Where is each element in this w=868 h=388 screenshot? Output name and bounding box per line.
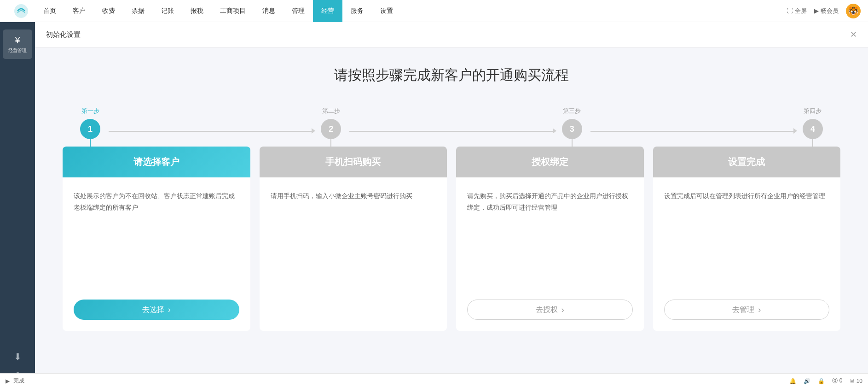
- step-card-1: 请选择客户 该处展示的客户为不在回收站、客户状态正常建账后完成老板端绑定的所有客…: [63, 147, 250, 331]
- card-1-body: 该处展示的客户为不在回收站、客户状态正常建账后完成老板端绑定的所有客户: [63, 177, 250, 290]
- arrow-icon-3: ›: [561, 305, 564, 315]
- card-3-footer: 去授权 ›: [456, 290, 644, 331]
- step-1-circle: 1: [80, 119, 100, 139]
- step-1-label: 第一步: [81, 107, 99, 115]
- sidebar-item-label: 经营管理: [8, 47, 27, 54]
- nav-item-fee[interactable]: 收费: [94, 0, 123, 22]
- step-3-action-button[interactable]: 去授权 ›: [467, 300, 633, 320]
- sidebar-item-management[interactable]: ¥ 经营管理: [3, 29, 32, 59]
- card-3-body: 请先购买，购买后选择开通的产品中的企业用户进行授权绑定，成功后即可进行经营管理: [456, 177, 644, 290]
- nav-item-operation[interactable]: 经营: [313, 0, 342, 22]
- step-4-action-button[interactable]: 去管理 ›: [664, 300, 830, 320]
- member-button[interactable]: ▶ 畅会员: [814, 7, 839, 15]
- counter-0: ⓪ 0: [832, 377, 842, 385]
- card-2-body: 请用手机扫码，输入小微企业主账号密码进行购买: [260, 177, 447, 311]
- sound-icon[interactable]: 🔊: [804, 378, 810, 384]
- step-1-action-button[interactable]: 去选择 ›: [74, 300, 239, 320]
- page-title: 初始化设置: [46, 30, 81, 39]
- card-4-footer: 去管理 ›: [653, 290, 841, 331]
- step-3-circle: 3: [562, 119, 582, 139]
- card-4-header: 设置完成: [653, 147, 841, 177]
- nav-right-area: ⛶ 全屏 ▶ 畅会员 🐯: [787, 4, 861, 18]
- card-3-desc: 请先购买，购买后选择开通的产品中的企业用户进行授权绑定，成功后即可进行经营管理: [467, 190, 633, 277]
- nav-item-invoice[interactable]: 票据: [123, 0, 153, 22]
- step-4-header: 第四步 4: [794, 107, 831, 139]
- counter-10: ⑩ 10: [850, 378, 862, 384]
- cards-row: 请选择客户 该处展示的客户为不在回收站、客户状态正常建账后完成老板端绑定的所有客…: [63, 147, 840, 331]
- fullscreen-icon: ⛶: [787, 7, 793, 14]
- connector-3-4: [590, 107, 794, 132]
- card-1-desc: 该处展示的客户为不在回收站、客户状态正常建账后完成老板端绑定的所有客户: [74, 190, 239, 277]
- arrow-icon-4: ›: [758, 305, 761, 315]
- lock-icon[interactable]: 🔒: [818, 378, 825, 384]
- step-3-header: 第三步 3: [554, 107, 590, 139]
- nav-item-manage[interactable]: 管理: [284, 0, 313, 22]
- download-icon[interactable]: ⬇: [14, 351, 22, 362]
- step-3-label: 第三步: [563, 107, 581, 115]
- card-1-footer: 去选择 ›: [63, 290, 250, 331]
- card-4-body: 设置完成后可以在管理列表进行所有企业用户的经营管理: [653, 177, 841, 290]
- card-1-header: 请选择客户: [63, 147, 250, 177]
- card-2-desc: 请用手机扫码，输入小微企业主账号密码进行购买: [271, 190, 436, 298]
- card-2-footer: [260, 311, 447, 331]
- card-2-header: 手机扫码购买: [260, 147, 447, 177]
- step-4-circle: 4: [803, 119, 823, 139]
- step-2-circle: 2: [321, 119, 341, 139]
- arrow-icon: ›: [168, 305, 171, 315]
- main-layout: ¥ 经营管理 ⬇ ◎ 初始化设置 ✕ 请按照步骤完成新客户的开通购买流程 第一步…: [0, 22, 868, 388]
- top-navigation: 首页 客户 收费 票据 记账 报税 工商项目 消息 管理 经营 服务 设置 ⛶ …: [0, 0, 868, 22]
- play-icon: ▶: [6, 378, 10, 384]
- nav-item-settings[interactable]: 设置: [372, 0, 401, 22]
- nav-item-business[interactable]: 工商项目: [212, 0, 254, 22]
- step-card-3: 授权绑定 请先购买，购买后选择开通的产品中的企业用户进行授权绑定，成功后即可进行…: [456, 147, 644, 331]
- close-button[interactable]: ✕: [850, 29, 857, 40]
- notification-icon[interactable]: 🔔: [789, 378, 796, 384]
- fullscreen-button[interactable]: ⛶ 全屏: [787, 7, 807, 15]
- connector-2-3: [349, 107, 553, 132]
- flow-title: 请按照步骤完成新客户的开通购买流程: [63, 66, 840, 85]
- status-bar: ▶ 完成 🔔 🔊 🔒 ⓪ 0 ⑩ 10: [0, 373, 868, 388]
- member-icon: ▶: [814, 7, 819, 14]
- card-3-header: 授权绑定: [456, 147, 644, 177]
- step-2-header: 第二步 2: [312, 107, 349, 139]
- page-header: 初始化设置 ✕: [35, 22, 868, 47]
- status-bar-right: 🔔 🔊 🔒 ⓪ 0 ⑩ 10: [789, 377, 862, 385]
- sidebar: ¥ 经营管理 ⬇ ◎: [0, 22, 35, 388]
- nav-item-service[interactable]: 服务: [342, 0, 372, 22]
- flow-container: 请按照步骤完成新客户的开通购买流程 第一步 1 第二步 2: [35, 47, 868, 349]
- step-4-label: 第四步: [804, 107, 822, 115]
- nav-item-message[interactable]: 消息: [254, 0, 284, 22]
- app-logo: [7, 4, 35, 18]
- step-card-4: 设置完成 设置完成后可以在管理列表进行所有企业用户的经营管理 去管理 ›: [653, 147, 841, 331]
- user-avatar[interactable]: 🐯: [846, 4, 861, 18]
- nav-items-list: 首页 客户 收费 票据 记账 报税 工商项目 消息 管理 经营 服务 设置: [35, 0, 787, 22]
- step-1-header: 第一步 1: [72, 107, 109, 139]
- connector-1-2: [109, 107, 312, 132]
- management-icon: ¥: [15, 35, 20, 46]
- pointers-row: [63, 139, 840, 147]
- step-2-label: 第二步: [322, 107, 340, 115]
- status-label: 完成: [13, 377, 24, 385]
- nav-item-bookkeeping[interactable]: 记账: [153, 0, 182, 22]
- nav-item-tax[interactable]: 报税: [182, 0, 212, 22]
- nav-item-home[interactable]: 首页: [35, 0, 64, 22]
- main-content: 初始化设置 ✕ 请按照步骤完成新客户的开通购买流程 第一步 1: [35, 22, 868, 388]
- card-4-desc: 设置完成后可以在管理列表进行所有企业用户的经营管理: [664, 190, 830, 277]
- nav-item-customer[interactable]: 客户: [64, 0, 94, 22]
- steps-header: 第一步 1 第二步 2: [63, 107, 840, 139]
- step-card-2: 手机扫码购买 请用手机扫码，输入小微企业主账号密码进行购买: [260, 147, 447, 331]
